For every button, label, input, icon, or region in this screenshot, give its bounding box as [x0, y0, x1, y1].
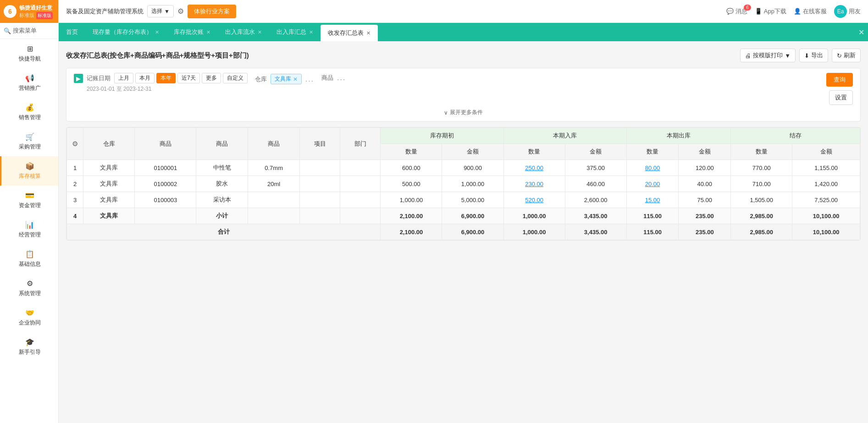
sidebar-item-purchase[interactable]: 🛒 采购管理 [0, 127, 58, 156]
goods-more-btn[interactable]: ... [337, 74, 346, 82]
td-goods-name: 中性笔 [196, 160, 248, 176]
sidebar-item-quick-nav[interactable]: ⊞ 快捷导航 [0, 39, 58, 68]
sidebar-item-enterprise[interactable]: 🤝 企业协同 [0, 303, 58, 332]
td-goods-spec: 0.7mm [248, 160, 300, 176]
logo-text: 畅捷通好生意 标准版 标准版 [19, 4, 53, 19]
table-footer: 合计 2,100.00 6,900.00 1,000.00 3,435.00 1… [67, 224, 860, 240]
date-btn-custom[interactable]: 自定义 [223, 73, 248, 83]
sales-icon: 💰 [25, 103, 34, 112]
td-out-amount: 120.00 [679, 160, 731, 176]
tab-batch[interactable]: 库存批次账 ✕ [166, 23, 218, 41]
tab-home[interactable]: 首页 [59, 23, 85, 41]
content-area: 收发存汇总表(按仓库+商品编码+商品+规格型号+项目+部门) 🖨 按模版打印 ▼… [59, 41, 868, 423]
td-opening-amount: 1,000.00 [442, 176, 503, 192]
warehouse-tag-close[interactable]: ✕ [293, 76, 298, 82]
td-opening-qty: 2,100.00 [381, 208, 442, 224]
gear-icon[interactable]: ⚙ [177, 7, 184, 16]
export-btn[interactable]: ⬇ 导出 [799, 49, 828, 62]
user-menu[interactable]: Ea 用友 [834, 5, 861, 18]
td-opening-qty: 500.00 [381, 176, 442, 192]
th-out-group: 本期出库 [626, 128, 731, 144]
sidebar-item-sales[interactable]: 💰 销售管理 [0, 98, 58, 127]
print-btn[interactable]: 🖨 按模版打印 ▼ [740, 49, 796, 62]
topbar: 装备及固定资产辅助管理系统 选择 ▼ ⚙ 体验行业方案 💬 消息 6 📱 App… [59, 0, 868, 23]
message-btn[interactable]: 💬 消息 6 [726, 7, 747, 16]
td-goods-spec: 20ml [248, 176, 300, 192]
tab-close-recv-send-summary[interactable]: ✕ [366, 30, 370, 36]
th-goods-name: 商品 [196, 128, 248, 160]
sidebar-item-basic[interactable]: 📋 基础信息 [0, 244, 58, 274]
date-btn-more[interactable]: 更多 [202, 73, 221, 83]
td-out-qty[interactable]: 80.00 [626, 160, 679, 176]
tab-stock-dist[interactable]: 现存量（库存分布表） ✕ [85, 23, 166, 41]
basic-icon: 📋 [25, 250, 34, 258]
td-opening-qty: 600.00 [381, 160, 442, 176]
filter-bar: ▶ 记账日期 上月 本月 本年 近7天 更多 自定义 [66, 68, 861, 121]
sidebar-item-finance[interactable]: 💳 资金管理 [0, 186, 58, 215]
expand-conditions-btn[interactable]: ∨ 展开更多条件 [74, 109, 853, 116]
tab-inout-summary[interactable]: 出入库汇总 ✕ [269, 23, 321, 41]
td-project [300, 176, 340, 192]
date-btn-this-month[interactable]: 本月 [135, 73, 155, 83]
date-filter-group: 记账日期 上月 本月 本年 近7天 更多 自定义 2023-01-01 至 20… [87, 73, 248, 93]
td-goods-spec [248, 192, 300, 208]
quick-nav-icon: ⊞ [27, 44, 33, 53]
th-balance-amount: 金额 [792, 144, 860, 160]
td-department [340, 192, 381, 208]
td-balance-qty: 710.00 [731, 176, 792, 192]
th-balance-qty: 数量 [731, 144, 792, 160]
tab-close-stock-dist[interactable]: ✕ [155, 29, 159, 35]
tab-close-inout-flow[interactable]: ✕ [258, 29, 262, 35]
topbar-right: 💬 消息 6 📱 App下载 👤 在线客服 Ea 用友 [726, 5, 861, 18]
tab-close-batch[interactable]: ✕ [206, 29, 210, 35]
trial-btn[interactable]: 体验行业方案 [188, 5, 236, 18]
sidebar-search[interactable]: 🔍 搜索菜单 [0, 23, 58, 39]
td-in-qty[interactable]: 520.00 [503, 192, 565, 208]
td-no: 4 [67, 208, 83, 224]
sidebar-nav: ⊞ 快捷导航 📢 营销推广 💰 销售管理 🛒 采购管理 📦 库存核算 💳 资金管… [0, 39, 58, 423]
operations-icon: 📊 [25, 220, 34, 229]
sidebar-item-guide[interactable]: 🎓 新手引导 [0, 332, 58, 362]
td-no: 2 [67, 176, 83, 192]
th-out-qty: 数量 [626, 144, 679, 160]
sidebar-item-inventory[interactable]: 📦 库存核算 [0, 156, 58, 186]
td-goods-code [135, 208, 196, 224]
table-row: 3文具库0100003采访本1,000.005,000.00520.002,60… [67, 192, 860, 208]
tab-close-inout-summary[interactable]: ✕ [309, 29, 313, 35]
date-btn-7days[interactable]: 近7天 [177, 73, 200, 83]
td-no: 1 [67, 160, 83, 176]
td-out-qty[interactable]: 20.00 [626, 176, 679, 192]
app-download-btn[interactable]: 📱 App下载 [755, 7, 786, 16]
date-btn-last-month[interactable]: 上月 [114, 73, 133, 83]
page-actions: 🖨 按模版打印 ▼ ⬇ 导出 ↻ 刷新 [740, 49, 861, 62]
warehouse-more-btn[interactable]: ... [305, 75, 314, 83]
sidebar-item-operations[interactable]: 📊 经营管理 [0, 215, 58, 244]
tab-recv-send-summary[interactable]: 收发存汇总表 ✕ [321, 25, 378, 41]
td-in-qty[interactable]: 230.00 [503, 176, 565, 192]
td-in-qty[interactable]: 250.00 [503, 160, 565, 176]
date-range-display: 2023-01-01 至 2023-12-31 [87, 85, 248, 93]
td-out-amount: 235.00 [679, 208, 731, 224]
sidebar-logo: 6 畅捷通好生意 标准版 标准版 [0, 0, 58, 23]
topbar-left: 装备及固定资产辅助管理系统 选择 ▼ ⚙ 体验行业方案 [66, 5, 236, 18]
system-select[interactable]: 选择 ▼ [147, 5, 174, 17]
date-btn-this-year[interactable]: 本年 [156, 73, 176, 83]
user-avatar: Ea [834, 5, 847, 18]
td-balance-qty: 770.00 [731, 160, 792, 176]
refresh-btn[interactable]: ↻ 刷新 [832, 49, 861, 62]
online-service-btn[interactable]: 👤 在线客服 [794, 7, 827, 16]
td-out-amount: 40.00 [679, 176, 731, 192]
tab-inout-flow[interactable]: 出入库流水 ✕ [218, 23, 269, 41]
sidebar-item-system[interactable]: ⚙ 系统管理 [0, 274, 58, 303]
close-all-tabs-btn[interactable]: ✕ [858, 28, 864, 37]
query-btn[interactable]: 查询 [826, 73, 853, 87]
filter-expand-icon[interactable]: ▶ [74, 74, 83, 83]
footer-in-amount: 3,435.00 [565, 224, 626, 240]
inventory-icon: 📦 [25, 162, 34, 170]
td-out-qty[interactable]: 15.00 [626, 192, 679, 208]
footer-balance-qty: 2,985.00 [731, 224, 792, 240]
set-btn[interactable]: 设置 [829, 90, 853, 105]
footer-balance-amount: 10,100.00 [792, 224, 860, 240]
sidebar-item-marketing[interactable]: 📢 营销推广 [0, 68, 58, 98]
column-settings-icon[interactable]: ⚙ [72, 140, 78, 148]
